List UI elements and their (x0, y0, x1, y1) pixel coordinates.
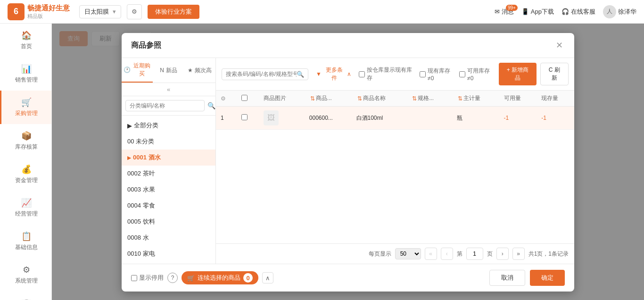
sidebar-item-basic[interactable]: 📋 基础信息 (0, 225, 51, 258)
refresh-button[interactable]: C 刷新 (540, 63, 569, 85)
filter-icon: ▼ (316, 71, 322, 77)
next-page-button[interactable]: › (496, 248, 509, 260)
sidebar-item-enterprise[interactable]: 🏢 企业协同 (0, 292, 51, 300)
modal-title: 商品参照 (131, 41, 161, 50)
sidebar-item-business[interactable]: 📈 经营管理 (0, 191, 51, 225)
confirm-button[interactable]: 确定 (530, 270, 565, 286)
sidebar-item-purchase[interactable]: 🛒 采购管理 (0, 91, 51, 124)
sidebar-item-home[interactable]: 🏠 首页 (0, 24, 51, 57)
sidebar-item-capital[interactable]: 💰 资金管理 (0, 158, 51, 191)
collapse-up-icon: ∧ (265, 275, 270, 282)
cart-collapse-button[interactable]: ∧ (262, 272, 273, 283)
nav-right: ✉ 消息 99+ 📱 App下载 🎧 在线客服 人 徐泽华 (495, 5, 636, 18)
last-page-icon: » (517, 250, 520, 257)
cat-item-all[interactable]: ▶ 全部分类 (122, 117, 215, 133)
th-stock-label: 现存量 (541, 95, 558, 101)
toolbar-right: + 新增商品 C 刷新 (499, 63, 569, 85)
row-available: -1 (499, 107, 537, 130)
checkbox-warehouse[interactable] (359, 71, 365, 77)
stock-value: -1 (541, 115, 546, 121)
prev-page-button[interactable]: ‹ (441, 248, 453, 260)
filter-button[interactable]: ▼ 更多条件 ∧ (312, 64, 355, 84)
tab-frequent-label: 频次高 (195, 67, 212, 75)
sidebar-label-system: 系统管理 (15, 277, 38, 285)
app-download-label: App下载 (531, 8, 554, 16)
checkbox-stock-wrap: 现有库存≠0 (420, 67, 455, 82)
logo-text: 畅捷通好生意 精品版 (27, 4, 70, 20)
sort-unit[interactable]: ⇅ 主计量 (457, 94, 495, 102)
select-all-checkbox[interactable] (241, 95, 248, 101)
modal-close-button[interactable]: ✕ (553, 40, 565, 51)
checkbox-stock-label: 现有库存≠0 (428, 67, 455, 82)
show-disabled-wrap: 显示停用 (131, 274, 164, 282)
app-download-item[interactable]: 📱 App下载 (521, 8, 554, 16)
add-product-button[interactable]: + 新增商品 (499, 63, 537, 85)
product-search-icon[interactable]: 🔍 (297, 71, 304, 78)
product-search-input[interactable] (226, 71, 297, 77)
cat-item-00[interactable]: 00 未分类 (122, 133, 215, 150)
show-disabled-checkbox[interactable] (131, 275, 137, 281)
th-available-label: 可用量 (504, 95, 521, 101)
row-index: 1 (216, 107, 237, 130)
tab-new[interactable]: N 新品 (153, 58, 184, 83)
trial-button[interactable]: 体验行业方案 (148, 5, 199, 19)
sort-spec[interactable]: ⇅ 规格... (411, 94, 447, 102)
user-avatar: 人 (603, 5, 616, 18)
cat-0005-label: 0005 饮料 (127, 217, 155, 226)
sort-image[interactable]: 商品图片 (264, 94, 300, 102)
checkbox-available[interactable] (459, 71, 465, 77)
th-image: 商品图片 (259, 91, 305, 107)
modal-header: 商品参照 ✕ (122, 33, 574, 58)
category-collapse-button[interactable]: « (122, 83, 215, 96)
first-page-button[interactable]: « (425, 248, 437, 260)
sidebar-item-inventory[interactable]: 📦 库存核算 (0, 124, 51, 158)
help-button[interactable]: ? (167, 273, 178, 283)
star-icon: ★ (188, 67, 193, 74)
tab-recent[interactable]: 🕐 近期购买 (122, 58, 153, 83)
cat-item-0008[interactable]: 0008 水 (122, 230, 215, 246)
table-row[interactable]: 1 🖼 000600... 白酒100ml (216, 107, 574, 130)
product-table: ⚙ 商品图片 (216, 91, 574, 130)
row-select-checkbox[interactable] (241, 114, 248, 120)
sidebar-item-system[interactable]: ⚙ 系统管理 (0, 258, 51, 292)
th-code-label: 商品... (316, 94, 332, 102)
capital-icon: 💰 (21, 164, 32, 175)
sidebar: 🏠 首页 📊 销售管理 🛒 采购管理 📦 库存核算 💰 资金管理 📈 经营管理 … (0, 24, 52, 300)
sidebar-label-basic: 基础信息 (15, 243, 38, 251)
tab-frequent[interactable]: ★ 频次高 (184, 58, 215, 83)
page-number-input[interactable] (466, 248, 483, 260)
first-page-icon: « (429, 250, 432, 257)
sidebar-item-sales[interactable]: 📊 销售管理 (0, 57, 51, 91)
cat-0002-label: 0002 茶叶 (127, 169, 155, 178)
settings-button[interactable]: ⚙ (127, 4, 142, 19)
cancel-button[interactable]: 取消 (489, 270, 525, 286)
sort-code[interactable]: ⇅ 商品... (309, 94, 347, 102)
cart-count: 0 (243, 273, 253, 283)
cat-item-0002[interactable]: 0002 茶叶 (122, 166, 215, 182)
category-search-input[interactable] (125, 100, 205, 111)
per-page-label: 每页显示 (369, 250, 391, 258)
cart-area[interactable]: 🛒 连续选择的商品 0 (182, 271, 258, 284)
store-dropdown-icon: ▾ (113, 8, 116, 15)
product-panel: 🔍 ▼ 更多条件 ∧ 按仓库显示现有库存 (216, 58, 574, 264)
store-selector[interactable]: 日太阳膜 ▾ (79, 5, 121, 18)
category-search-icon[interactable]: 🔍 (207, 102, 215, 109)
cat-item-0003[interactable]: 0003 水果 (122, 182, 215, 198)
cat-item-0004[interactable]: 0004 零食 (122, 198, 215, 214)
cat-item-0010[interactable]: 0010 家电 (122, 246, 215, 262)
cat-item-0001[interactable]: ▶ 0001 酒水 (122, 150, 215, 166)
user-item[interactable]: 人 徐泽华 (603, 5, 636, 18)
purchase-icon: 🛒 (21, 97, 32, 108)
sort-name[interactable]: ⇅ 商品名称 (356, 94, 402, 102)
per-page-select[interactable]: 50 10 20 100 (395, 248, 421, 259)
checkbox-warehouse-wrap: 按仓库显示现有库存 (359, 66, 416, 82)
checkbox-stock[interactable] (420, 71, 426, 77)
cat-item-0005[interactable]: 0005 饮料 (122, 214, 215, 230)
col-settings-icon[interactable]: ⚙ (221, 95, 226, 102)
row-unit: 瓶 (452, 107, 499, 130)
message-icon: ✉ (495, 8, 500, 15)
sort-icon-unit: ⇅ (458, 95, 462, 102)
message-item[interactable]: ✉ 消息 99+ (495, 8, 514, 16)
online-service-item[interactable]: 🎧 在线客服 (561, 8, 595, 16)
last-page-button[interactable]: » (512, 248, 525, 260)
